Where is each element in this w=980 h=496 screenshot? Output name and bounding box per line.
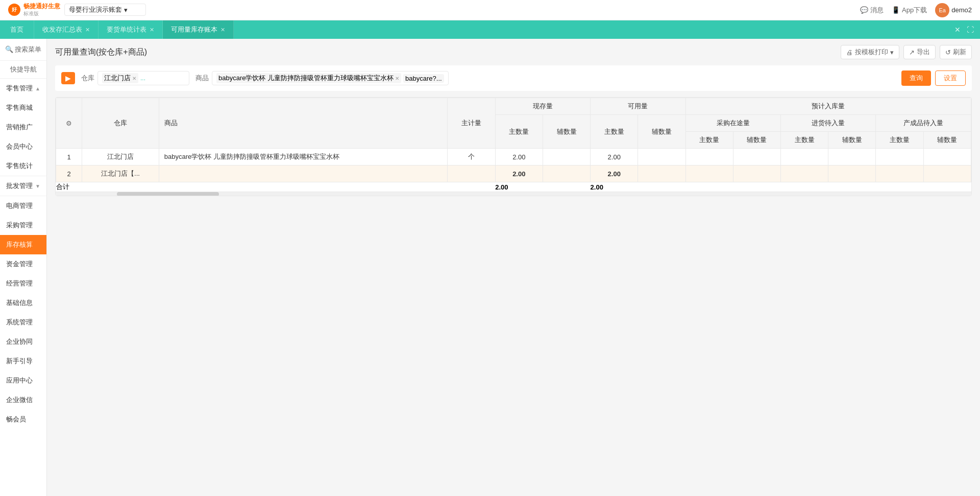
search-menu-button[interactable]: 🔍 搜索菜单 [4, 44, 42, 55]
fullscreen-button[interactable]: ⛶ [965, 26, 976, 34]
filter-toggle-button[interactable]: ▶ [61, 72, 75, 84]
logo-icon: 好 [8, 4, 20, 16]
tab-receive-close[interactable]: ✕ [85, 27, 90, 33]
cell-incoming-main-2 [780, 166, 828, 182]
footer-available-main: 2.00 [591, 182, 638, 192]
sidebar-item-wholesale[interactable]: 批发管理 ▼ [0, 176, 46, 196]
logo-area: 好 畅捷通好生意 标准版 [8, 3, 60, 17]
printer-icon: 🖨 [846, 49, 853, 56]
enterprise-wechat-label: 企业微信 [6, 395, 33, 405]
tab-order-close[interactable]: ✕ [150, 27, 154, 33]
col-available-main-header: 主数量 [591, 115, 638, 149]
tab-home[interactable]: 首页 [0, 20, 34, 39]
message-button[interactable]: 💬 消息 [860, 6, 884, 15]
product-tag1-remove[interactable]: ✕ [395, 76, 399, 81]
sidebar-item-new-guide[interactable]: 新手引导 [0, 351, 46, 371]
footer-purchase-main [685, 182, 733, 192]
warehouse-filter-more[interactable]: ... [140, 75, 145, 82]
col-incoming-main-header: 主数量 [780, 132, 828, 149]
sidebar-item-inventory[interactable]: 库存核算 [0, 235, 46, 254]
table-scrollbar-thumb[interactable] [117, 192, 219, 196]
cell-purchase-aux-1 [733, 149, 780, 166]
print-button[interactable]: 🖨 按模板打印 ▾ [841, 45, 899, 59]
sidebar-item-enterprise-wechat[interactable]: 企业微信 [0, 390, 46, 410]
cell-warehouse-1: 江北门店 [82, 149, 159, 166]
sidebar-item-operations[interactable]: 经营管理 [0, 274, 46, 293]
tab-available-close[interactable]: ✕ [220, 27, 225, 33]
cell-unit-1: 个 [448, 149, 495, 166]
sidebar-section-wholesale: 批发管理 ▼ [0, 176, 46, 196]
operations-label: 经营管理 [6, 279, 33, 288]
sidebar-item-vip[interactable]: 畅会员 [0, 410, 46, 429]
cell-unit-2 [448, 166, 495, 182]
industry-select-value: 母婴行业演示账套 [69, 5, 122, 14]
refresh-button[interactable]: ↺ 刷新 [940, 45, 972, 59]
warehouse-filter-input[interactable]: 江北门店 ✕ ... [97, 71, 189, 85]
filter-area: ▶ 仓库 江北门店 ✕ ... 商品 babyca [55, 65, 972, 91]
cell-stock-aux-2 [543, 166, 590, 182]
sidebar-item-zero-sales[interactable]: 零售管理 ▲ [0, 79, 46, 98]
product-filter-input[interactable]: babycare学饮杯 儿童防摔防撞吸管杯重力球吸嘴杯宝宝水杯 ✕ babyca… [212, 71, 449, 85]
top-bar: 好 畅捷通好生意 标准版 母婴行业演示账套 ▾ 💬 消息 📱 App下载 Ea … [0, 0, 980, 20]
cell-product-1: babycare学饮杯 儿童防摔防撞吸管杯重力球吸嘴杯宝宝水杯 [159, 149, 448, 166]
print-label: 按模板打印 [855, 48, 888, 57]
user-menu[interactable]: Ea demo2 [935, 3, 972, 17]
footer-product-main [876, 182, 923, 192]
setting-button[interactable]: 设置 [935, 70, 966, 86]
sidebar: 🔍 搜索菜单 快捷导航 零售管理 ▲ 零售商城 营销推广 会员中心 零售统计 [0, 39, 47, 496]
quick-nav-label: 快捷导航 [10, 65, 37, 73]
footer-stock-aux [543, 182, 590, 192]
cell-available-aux-1 [638, 149, 685, 166]
wholesale-label: 批发管理 [6, 181, 33, 191]
tab-order-label: 要货单统计表 [107, 25, 146, 34]
sidebar-item-system[interactable]: 系统管理 [0, 313, 46, 332]
cell-stock-main-2: 2.00 [495, 166, 543, 182]
sidebar-item-zero-stats[interactable]: 零售统计 [0, 156, 46, 176]
system-label: 系统管理 [6, 318, 33, 327]
warehouse-tag-remove[interactable]: ✕ [132, 76, 136, 81]
close-all-button[interactable]: ✕ [952, 26, 963, 34]
industry-select[interactable]: 母婴行业演示账套 ▾ [64, 4, 146, 16]
sidebar-item-basics[interactable]: 基础信息 [0, 293, 46, 313]
cell-incoming-aux-2 [828, 166, 876, 182]
sidebar-section-zero-sales: 零售管理 ▲ 零售商城 营销推广 会员中心 零售统计 [0, 79, 46, 176]
export-label: 导出 [917, 48, 930, 57]
col-settings[interactable]: ⚙ [56, 98, 82, 149]
sidebar-item-enterprise[interactable]: 企业协同 [0, 332, 46, 351]
sidebar-item-marketing[interactable]: 营销推广 [0, 117, 46, 137]
sidebar-item-member[interactable]: 会员中心 [0, 137, 46, 156]
col-incoming-header: 进货待入量 [780, 115, 875, 132]
sidebar-item-finance[interactable]: 资金管理 [0, 254, 46, 274]
col-purchase-aux-header: 辅数量 [733, 132, 780, 149]
sidebar-item-app-center[interactable]: 应用中心 [0, 371, 46, 390]
settings-icon[interactable]: ⚙ [66, 120, 72, 127]
tab-receive[interactable]: 收发存汇总表 ✕ [34, 20, 99, 39]
logo-subtitle: 标准版 [23, 10, 60, 17]
mobile-icon: 📱 [892, 6, 900, 14]
enterprise-label: 企业协同 [6, 337, 33, 346]
page-header: 可用量查询(按仓库+商品) 🖨 按模板打印 ▾ ↗ 导出 ↺ 刷新 [55, 45, 972, 59]
tab-available[interactable]: 可用量库存账本 ✕ [163, 20, 234, 39]
query-button[interactable]: 查询 [901, 70, 931, 86]
tab-order[interactable]: 要货单统计表 ✕ [99, 20, 163, 39]
page-title: 可用量查询(按仓库+商品) [55, 47, 147, 58]
main-layout: 🔍 搜索菜单 快捷导航 零售管理 ▲ 零售商城 营销推广 会员中心 零售统计 [0, 39, 980, 496]
table-scrollbar-area[interactable] [56, 192, 971, 196]
vip-label: 畅会员 [6, 415, 26, 424]
cell-purchase-main-2 [685, 166, 733, 182]
col-available-header: 可用量 [591, 98, 685, 115]
cell-product-2 [159, 166, 448, 182]
col-forecast-header: 预计入库量 [685, 98, 971, 115]
sidebar-item-quick-nav[interactable]: 快捷导航 [0, 61, 46, 79]
app-download-button[interactable]: 📱 App下载 [892, 6, 927, 15]
sidebar-item-purchase[interactable]: 采购管理 [0, 216, 46, 235]
sidebar-item-zero-shop[interactable]: 零售商城 [0, 98, 46, 117]
tab-controls: ✕ ⛶ [948, 20, 980, 39]
warehouse-filter-tag: 江北门店 ✕ [102, 73, 138, 83]
sidebar-item-ecommerce[interactable]: 电商管理 [0, 196, 46, 216]
top-bar-left: 好 畅捷通好生意 标准版 母婴行业演示账套 ▾ [8, 3, 146, 17]
message-icon: 💬 [860, 6, 868, 14]
export-button[interactable]: ↗ 导出 [903, 45, 936, 59]
col-incoming-aux-header: 辅数量 [828, 132, 876, 149]
cell-available-main-1: 2.00 [591, 149, 638, 166]
